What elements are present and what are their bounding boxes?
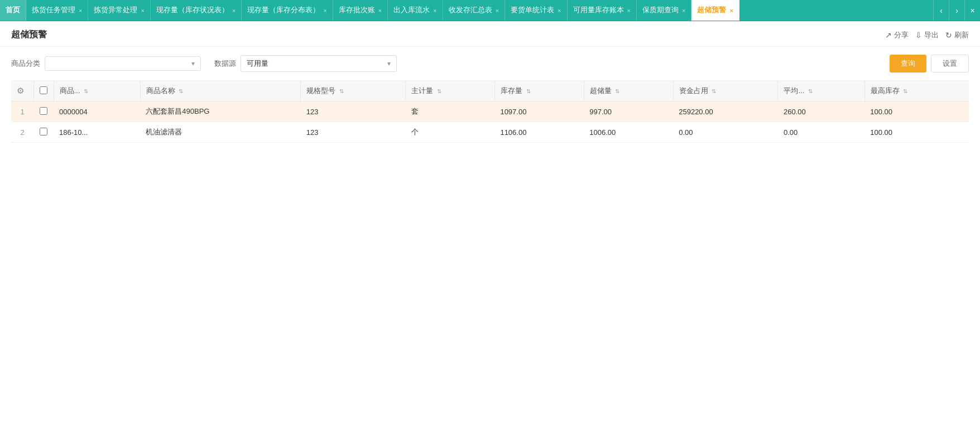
stock-qty: 1106.00: [494, 122, 584, 143]
sort-icon[interactable]: ⇅: [437, 88, 441, 94]
nav-item-8[interactable]: 要货单统计表 ×: [505, 0, 567, 21]
close-icon[interactable]: ×: [627, 7, 631, 14]
capital-usage: 0.00: [673, 122, 778, 143]
nav-prev-button[interactable]: ‹: [933, 0, 949, 21]
avg-value: 0.00: [778, 122, 864, 143]
stock-qty: 1097.00: [494, 101, 584, 122]
export-icon: ⇩: [915, 31, 922, 40]
overstock-qty: 997.00: [584, 101, 673, 122]
chevron-down-icon: ▾: [387, 60, 391, 67]
row-checkbox[interactable]: [40, 128, 47, 135]
overstock-qty: 1006.00: [584, 122, 673, 143]
th-capital: 资金占用 ⇅: [673, 81, 778, 101]
row-checkbox-cell: [33, 101, 54, 122]
setting-button[interactable]: 设置: [931, 55, 969, 72]
product-spec: 123: [301, 101, 406, 122]
avg-value: 260.00: [778, 101, 864, 122]
th-overstock: 超储量 ⇅: [584, 81, 673, 101]
table-header-row: ⚙ 商品... ⇅ 商品名称 ⇅ 规格型号 ⇅: [11, 81, 969, 101]
product-unit: 个: [406, 122, 495, 143]
share-icon: ↗: [885, 31, 892, 40]
nav-item-home[interactable]: 首页: [0, 0, 26, 21]
datasource-value: 可用量: [247, 59, 268, 69]
product-name: 机油滤清器: [140, 122, 300, 143]
sort-icon[interactable]: ⇅: [903, 88, 907, 94]
nav-next-button[interactable]: ›: [949, 0, 964, 21]
capital-usage: 259220.00: [673, 101, 778, 122]
th-checkbox: [33, 81, 54, 101]
product-code: 0000004: [54, 101, 140, 122]
th-product-code: 商品... ⇅: [54, 81, 140, 101]
sort-icon[interactable]: ⇅: [84, 88, 88, 94]
nav-item-4[interactable]: 现存量（库存分布表） ×: [242, 0, 333, 21]
nav-item-5[interactable]: 库存批次账 ×: [333, 0, 388, 21]
th-unit: 主计量 ⇅: [406, 81, 495, 101]
category-label: 商品分类: [11, 59, 40, 69]
nav-item-7[interactable]: 收发存汇总表 ×: [443, 0, 505, 21]
nav-item-3[interactable]: 现存量（库存状况表） ×: [151, 0, 242, 21]
filter-buttons: 查询 设置: [890, 55, 969, 72]
nav-bar: 首页 拣货任务管理 × 拣货异常处理 × 现存量（库存状况表） × 现存量（库存…: [0, 0, 980, 21]
row-checkbox[interactable]: [40, 107, 47, 115]
category-select[interactable]: ▾: [45, 56, 201, 71]
close-icon[interactable]: ×: [682, 7, 685, 14]
close-icon[interactable]: ×: [433, 7, 436, 14]
sort-icon[interactable]: ⇅: [712, 88, 716, 94]
sort-icon[interactable]: ⇅: [808, 88, 813, 94]
product-unit: 套: [406, 101, 495, 122]
close-icon[interactable]: ×: [141, 7, 144, 14]
refresh-icon: ↻: [945, 31, 952, 40]
product-spec: 123: [301, 122, 406, 143]
close-icon[interactable]: ×: [558, 7, 561, 14]
product-code: 186-10...: [54, 122, 140, 143]
row-checkbox-cell: [33, 122, 54, 143]
refresh-button[interactable]: ↻ 刷新: [945, 30, 969, 40]
close-icon[interactable]: ×: [323, 7, 326, 14]
nav-item-9[interactable]: 可用量库存账本 ×: [568, 0, 637, 21]
gear-icon[interactable]: ⚙: [17, 86, 24, 95]
sort-icon[interactable]: ⇅: [615, 88, 619, 94]
sort-icon[interactable]: ⇅: [339, 88, 344, 94]
th-avg: 平均... ⇅: [778, 81, 864, 101]
select-all-checkbox[interactable]: [40, 86, 47, 94]
close-icon[interactable]: ×: [232, 7, 236, 14]
filter-area: 商品分类 ▾ 数据源 可用量 ▾ 查询 设置: [0, 47, 980, 80]
nav-arrows: ‹ › ×: [933, 0, 980, 21]
row-number: 1: [11, 101, 33, 122]
page-actions: ↗ 分享 ⇩ 导出 ↻ 刷新: [885, 30, 969, 40]
export-button[interactable]: ⇩ 导出: [915, 30, 939, 40]
table-container: ⚙ 商品... ⇅ 商品名称 ⇅ 规格型号 ⇅: [0, 81, 980, 143]
nav-item-6[interactable]: 出入库流水 ×: [388, 0, 443, 21]
query-button[interactable]: 查询: [890, 55, 926, 72]
nav-item-1[interactable]: 拣货任务管理 ×: [26, 0, 88, 21]
th-spec: 规格型号 ⇅: [301, 81, 406, 101]
close-icon[interactable]: ×: [79, 7, 82, 14]
nav-item-active[interactable]: 超储预警 ×: [691, 0, 739, 21]
close-icon[interactable]: ×: [378, 7, 382, 14]
close-icon[interactable]: ×: [729, 7, 733, 14]
th-stock: 库存量 ⇅: [494, 81, 584, 101]
sort-icon[interactable]: ⇅: [179, 88, 183, 94]
main-table: ⚙ 商品... ⇅ 商品名称 ⇅ 规格型号 ⇅: [11, 81, 969, 143]
page-content: 超储预警 ↗ 分享 ⇩ 导出 ↻ 刷新 商品分类 ▾ 数据源: [0, 21, 980, 446]
th-product-name: 商品名称 ⇅: [140, 81, 300, 101]
nav-close-button[interactable]: ×: [964, 0, 980, 21]
chevron-down-icon: ▾: [191, 60, 195, 67]
max-stock: 100.00: [864, 122, 969, 143]
nav-item-2[interactable]: 拣货异常处理 ×: [88, 0, 150, 21]
page-title: 超储预警: [11, 29, 47, 41]
datasource-filter: 数据源 可用量 ▾: [214, 55, 397, 72]
close-icon[interactable]: ×: [496, 7, 499, 14]
row-number: 2: [11, 122, 33, 143]
table-row: 2 186-10... 机油滤清器 123 个 1106.00 1006.00 …: [11, 122, 969, 143]
datasource-label: 数据源: [214, 59, 236, 69]
datasource-select[interactable]: 可用量 ▾: [241, 55, 397, 72]
th-setting: ⚙: [11, 81, 33, 101]
page-header: 超储预警 ↗ 分享 ⇩ 导出 ↻ 刷新: [0, 21, 980, 47]
max-stock: 100.00: [864, 101, 969, 122]
nav-item-10[interactable]: 保质期查询 ×: [637, 0, 691, 21]
category-filter: 商品分类 ▾: [11, 56, 201, 71]
share-button[interactable]: ↗ 分享: [885, 30, 909, 40]
sort-icon[interactable]: ⇅: [526, 88, 531, 94]
product-name: 六配套新昌490BPG: [140, 101, 300, 122]
